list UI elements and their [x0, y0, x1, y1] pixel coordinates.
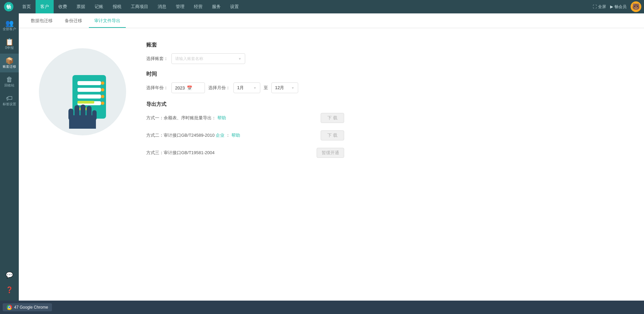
export-method-2-download-btn[interactable]: 下 载 [321, 130, 344, 140]
top-nav: 畅 首页 客户 收费 票据 记账 报税 工商项目 消息 管理 经营 服务 设置 … [0, 0, 644, 13]
year-value: 2023 [175, 85, 185, 90]
tag-settings-icon: 🏷 [6, 95, 13, 102]
export-method-2-row: 方式二：审计接口GB/T24589-2010 企业 ： 帮助 下 载 [146, 130, 347, 140]
form-area: 账套 选择账套： 请输入账套名称 ▼ 时间 选择年份： 2023 � [146, 42, 347, 287]
taskbar: 47 Google Chrome [0, 301, 644, 314]
export-method-3-label: 方式三：审计接口GB/T19581-2004 [146, 150, 215, 156]
nav-manage[interactable]: 管理 [171, 0, 189, 13]
export-method-2-help[interactable]: 帮助 [231, 133, 240, 138]
export-method-2-text: 方式二：审计接口GB/T24589-2010 [146, 133, 215, 138]
sidebar-chat-btn[interactable]: 💬 [0, 268, 19, 282]
month-start-chevron-icon: ▼ [253, 86, 257, 90]
sidebar-item-all-clients[interactable]: 👥 全部客户 [0, 16, 19, 35]
member-label: 畅会员 [614, 4, 627, 10]
export-method-1-label: 方式一：余额表、序时账批量导出： 帮助 [146, 115, 226, 121]
svg-rect-17 [80, 105, 86, 118]
all-clients-icon: 👥 [5, 20, 14, 26]
export-method-2-colon: ： [226, 133, 230, 138]
nav-invoice[interactable]: 票据 [72, 0, 90, 13]
month-start-select[interactable]: 1月 ▼ [233, 82, 260, 93]
avatar[interactable]: 🐻 [631, 1, 641, 12]
nav-operation[interactable]: 经营 [189, 0, 207, 13]
sidebar-item-zero-declare[interactable]: 📋 0申报 [0, 35, 19, 54]
content-area: 数据包迁移 备份迁移 审计文件导出 [19, 13, 644, 301]
nav-settings[interactable]: 设置 [225, 0, 244, 13]
sidebar-item-zero-declare-label: 0申报 [5, 46, 14, 50]
sidebar-bottom: 💬 ❓ [0, 268, 19, 301]
nav-account[interactable]: 记账 [90, 0, 108, 13]
svg-rect-4 [77, 88, 101, 92]
svg-point-9 [101, 95, 104, 98]
illustration-svg [49, 55, 116, 129]
time-separator: 至 [264, 85, 268, 91]
main-container: 👥 全部客户 📋 0申报 📦 账套迁移 🗑 回收站 🏷 标签设置 💬 ❓ 数据包… [0, 13, 644, 301]
fullscreen-btn[interactable]: ⛶ 全屏 [593, 4, 606, 10]
time-row: 选择年份： 2023 📅 选择月份： 1月 ▼ 至 12月 ▼ [146, 82, 347, 93]
sidebar-item-all-clients-label: 全部客户 [3, 27, 16, 31]
account-migrate-icon: 📦 [5, 57, 14, 64]
year-label: 选择年份： [146, 85, 168, 91]
svg-rect-19 [92, 110, 97, 120]
export-method-3-unlock-btn[interactable]: 暂缓开通 [317, 148, 344, 158]
svg-point-10 [101, 102, 104, 105]
svg-rect-12 [77, 101, 94, 104]
app-logo[interactable]: 畅 [3, 1, 15, 13]
svg-point-8 [101, 88, 104, 91]
month-end-select[interactable]: 12月 ▼ [271, 82, 298, 93]
time-section-title: 时间 [146, 71, 347, 78]
sidebar-item-recycle[interactable]: 🗑 回收站 [0, 72, 19, 91]
sidebar-item-recycle-label: 回收站 [4, 83, 14, 87]
export-section-title: 导出方式 [146, 101, 347, 108]
sidebar-item-tag-settings-label: 标签设置 [3, 102, 16, 106]
nav-message[interactable]: 消息 [153, 0, 171, 13]
nav-business[interactable]: 工商项目 [126, 0, 153, 13]
svg-rect-18 [87, 106, 92, 119]
tab-bar: 数据包迁移 备份迁移 审计文件导出 [19, 13, 644, 28]
fullscreen-icon: ⛶ [593, 4, 597, 9]
zero-declare-icon: 📋 [5, 39, 14, 45]
recycle-icon: 🗑 [6, 76, 13, 83]
year-input[interactable]: 2023 📅 [171, 82, 205, 93]
member-icon: ▶ [610, 4, 613, 9]
illustration-circle [39, 48, 126, 135]
svg-rect-5 [77, 95, 101, 99]
export-method-1-download-btn[interactable]: 下 载 [321, 113, 344, 123]
nav-home[interactable]: 首页 [17, 0, 36, 13]
svg-text:畅: 畅 [6, 4, 11, 9]
month-label: 选择月份： [208, 85, 230, 91]
top-nav-right: ⛶ 全屏 ▶ 畅会员 🐻 [593, 1, 641, 12]
fullscreen-label: 全屏 [598, 4, 606, 10]
svg-rect-3 [77, 81, 101, 85]
nav-client[interactable]: 客户 [36, 0, 54, 13]
nav-tax[interactable]: 报税 [108, 0, 126, 13]
taskbar-chrome-label: 47 Google Chrome [14, 305, 48, 310]
member-btn[interactable]: ▶ 畅会员 [610, 4, 627, 10]
export-method-1-text: 方式一：余额表、序时账批量导出： [146, 115, 216, 120]
tab-data-migrate[interactable]: 数据包迁移 [25, 14, 58, 28]
month-start-value: 1月 [237, 85, 244, 91]
calendar-icon: 📅 [187, 85, 192, 90]
export-method-2-company[interactable]: 企业 [216, 133, 224, 138]
month-end-chevron-icon: ▼ [291, 86, 294, 90]
export-method-1-help[interactable]: 帮助 [217, 115, 226, 120]
export-method-3-row: 方式三：审计接口GB/T19581-2004 暂缓开通 [146, 148, 347, 158]
month-end-value: 12月 [275, 85, 284, 91]
export-method-1-row: 方式一：余额表、序时账批量导出： 帮助 下 载 [146, 113, 347, 123]
svg-rect-15 [68, 109, 73, 120]
illustration-wrap [39, 42, 126, 287]
sidebar-help-btn[interactable]: ❓ [0, 283, 19, 297]
account-select[interactable]: 请输入账套名称 ▼ [171, 53, 245, 64]
account-chevron-icon: ▼ [238, 57, 241, 61]
tab-audit-export[interactable]: 审计文件导出 [89, 14, 126, 28]
tab-backup-migrate[interactable]: 备份迁移 [59, 14, 88, 28]
account-label: 选择账套： [146, 56, 168, 62]
sidebar: 👥 全部客户 📋 0申报 📦 账套迁移 🗑 回收站 🏷 标签设置 💬 ❓ [0, 13, 19, 301]
nav-service[interactable]: 服务 [207, 0, 225, 13]
sidebar-item-tag-settings[interactable]: 🏷 标签设置 [0, 91, 19, 110]
chrome-icon [7, 305, 12, 310]
account-section-title: 账套 [146, 42, 347, 49]
sidebar-item-account-migrate[interactable]: 📦 账套迁移 [0, 54, 19, 72]
nav-fee[interactable]: 收费 [54, 0, 72, 13]
page-content: 账套 选择账套： 请输入账套名称 ▼ 时间 选择年份： 2023 � [19, 28, 644, 301]
taskbar-chrome-item[interactable]: 47 Google Chrome [3, 303, 52, 311]
